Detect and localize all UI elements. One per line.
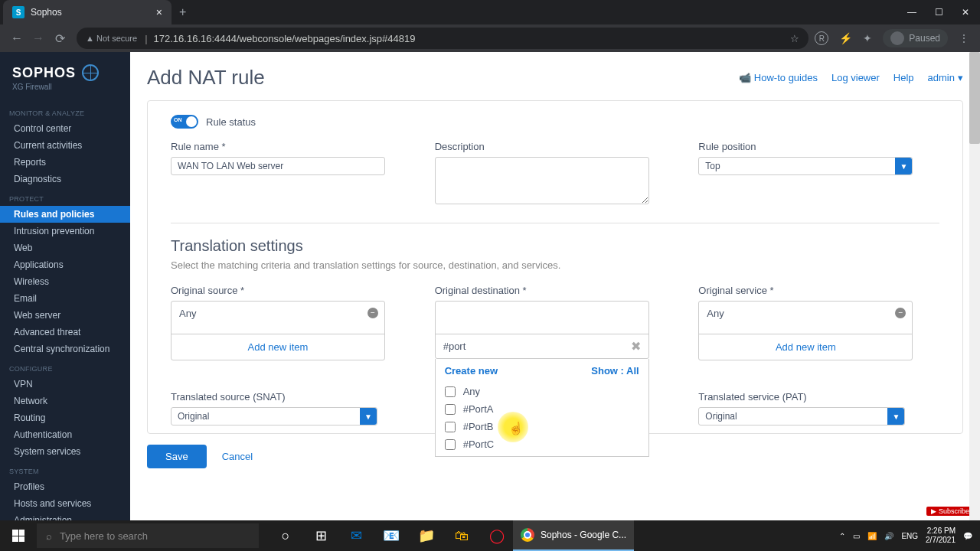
dest-dropdown-panel: Create new Show : All Any#PortA#PortB#Po… — [435, 359, 649, 457]
option-checkbox[interactable] — [445, 386, 456, 397]
sidebar-item-current-activities[interactable]: Current activities — [0, 137, 130, 154]
outlook-icon[interactable]: 📧 — [375, 520, 407, 551]
how-to-guides-link[interactable]: 📹 How-to guides — [739, 72, 818, 83]
description-input[interactable] — [435, 157, 649, 204]
save-button[interactable]: Save — [147, 445, 207, 468]
sidebar-item-web[interactable]: Web — [0, 240, 130, 256]
task-view-icon[interactable]: ⊞ — [305, 520, 337, 551]
dest-option[interactable]: #PortC — [436, 435, 648, 456]
show-all-link[interactable]: Show : All — [591, 365, 639, 377]
orig-source-label: Original source * — [171, 285, 412, 296]
sidebar-item-web-server[interactable]: Web server — [0, 307, 130, 324]
url-text: 172.16.16.16:4444/webconsole/webpages/in… — [154, 33, 416, 44]
sidebar-group-title: SYSTEM — [0, 460, 130, 478]
mail-icon[interactable]: ✉ — [340, 520, 372, 551]
clock[interactable]: 2:26 PM2/7/2021 — [926, 527, 956, 545]
chrome-app-task[interactable]: Sophos - Google C... — [513, 520, 634, 551]
extension-bolt-icon[interactable]: ⚡ — [839, 32, 852, 44]
rule-name-input[interactable] — [171, 157, 385, 175]
close-window-icon[interactable]: ✕ — [962, 7, 969, 18]
store-icon[interactable]: 🛍 — [446, 520, 478, 551]
dest-option[interactable]: Any — [436, 383, 648, 400]
sidebar-item-reports[interactable]: Reports — [0, 154, 130, 171]
trans-source-dropdown[interactable]: Original▼ — [171, 407, 377, 425]
sidebar-item-profiles[interactable]: Profiles — [0, 478, 130, 495]
sidebar-item-administration[interactable]: Administration — [0, 512, 130, 520]
clear-search-icon[interactable]: ✖ — [631, 339, 641, 354]
sidebar-item-rules-and-policies[interactable]: Rules and policies — [0, 206, 130, 223]
sidebar-item-routing[interactable]: Routing — [0, 409, 130, 426]
remove-tag-icon[interactable]: − — [368, 308, 378, 318]
rule-status-toggle[interactable]: ON — [171, 115, 198, 129]
battery-icon[interactable]: ▭ — [853, 532, 860, 540]
sidebar-item-network[interactable]: Network — [0, 393, 130, 409]
rule-status-label: Rule status — [206, 116, 256, 128]
dest-option[interactable]: #PortA — [436, 400, 648, 418]
wifi-icon[interactable]: 📶 — [867, 532, 877, 540]
forward-button[interactable]: → — [28, 31, 49, 45]
tray-chevron-icon[interactable]: ⌃ — [839, 532, 845, 540]
rule-position-dropdown[interactable]: Top ▼ — [698, 157, 913, 175]
sidebar-item-control-center[interactable]: Control center — [0, 120, 130, 137]
menu-icon[interactable]: ⋮ — [959, 32, 969, 44]
sidebar-item-intrusion-prevention[interactable]: Intrusion prevention — [0, 223, 130, 240]
file-explorer-icon[interactable]: 📁 — [410, 520, 443, 551]
sidebar-item-email[interactable]: Email — [0, 290, 130, 307]
create-new-link[interactable]: Create new — [445, 365, 498, 377]
scrollbar[interactable] — [969, 52, 980, 520]
extension-r-icon[interactable]: R — [815, 31, 828, 45]
sidebar-item-wireless[interactable]: Wireless — [0, 273, 130, 290]
taskbar: ⌕Type here to search ○ ⊞ ✉ 📧 📁 🛍 ◯ Sopho… — [0, 520, 980, 551]
extensions-icon[interactable]: ✦ — [863, 32, 872, 44]
dest-option[interactable]: #PortB — [436, 418, 648, 435]
chevron-down-icon: ▼ — [887, 408, 904, 425]
admin-menu[interactable]: admin ▾ — [928, 72, 963, 83]
browser-tab[interactable]: S Sophos × — [3, 0, 172, 24]
globe-icon — [82, 64, 99, 81]
remove-tag-icon[interactable]: − — [895, 308, 906, 318]
sidebar: SOPHOS XG Firewall MONITOR & ANALYZECont… — [0, 52, 130, 520]
close-tab-icon[interactable]: × — [156, 6, 162, 18]
sidebar-item-vpn[interactable]: VPN — [0, 376, 130, 393]
option-checkbox[interactable] — [445, 422, 456, 432]
subscribe-badge[interactable]: ▶ Subscribe — [926, 507, 974, 516]
back-button[interactable]: ← — [6, 31, 28, 45]
reload-button[interactable]: ⟳ — [49, 31, 70, 46]
url-input[interactable]: ▲ Not secure | 172.16.16.16:4444/webcons… — [77, 28, 808, 49]
log-viewer-link[interactable]: Log viewer — [831, 72, 880, 83]
orig-source-select[interactable]: Any− Add new item — [171, 301, 385, 360]
translation-section-sub: Select the matching criteria and transla… — [171, 259, 939, 271]
sidebar-item-authentication[interactable]: Authentication — [0, 426, 130, 443]
dest-search-input[interactable] — [443, 341, 631, 352]
lang-indicator[interactable]: ENG — [901, 532, 918, 540]
sidebar-group-title: CONFIGURE — [0, 357, 130, 376]
volume-icon[interactable]: 🔊 — [884, 532, 893, 540]
profile-paused[interactable]: Paused — [883, 29, 948, 47]
sidebar-item-hosts-and-services[interactable]: Hosts and services — [0, 495, 130, 512]
orig-dest-select[interactable]: ✖ — [435, 301, 649, 359]
notifications-icon[interactable]: 💬 — [963, 532, 972, 540]
help-link[interactable]: Help — [893, 72, 914, 83]
url-text: | — [145, 33, 147, 44]
add-new-item-button[interactable]: Add new item — [172, 334, 384, 360]
option-checkbox[interactable] — [445, 439, 456, 450]
sidebar-item-diagnostics[interactable]: Diagnostics — [0, 171, 130, 187]
minimize-icon[interactable]: — — [907, 7, 916, 18]
maximize-icon[interactable]: ☐ — [935, 7, 943, 18]
trans-service-dropdown[interactable]: Original▼ — [698, 407, 905, 425]
add-new-item-button[interactable]: Add new item — [699, 334, 912, 360]
cortana-icon[interactable]: ○ — [270, 520, 302, 551]
star-icon[interactable]: ☆ — [790, 33, 799, 44]
new-tab-button[interactable]: + — [179, 5, 186, 19]
cancel-button[interactable]: Cancel — [222, 451, 253, 462]
opera-icon[interactable]: ◯ — [481, 520, 513, 551]
option-checkbox[interactable] — [445, 404, 456, 415]
sidebar-item-applications[interactable]: Applications — [0, 256, 130, 273]
sidebar-item-central-synchronization[interactable]: Central synchronization — [0, 341, 130, 357]
taskbar-search[interactable]: ⌕Type here to search — [37, 523, 259, 548]
sidebar-item-advanced-threat[interactable]: Advanced threat — [0, 324, 130, 341]
orig-service-select[interactable]: Any− Add new item — [698, 301, 913, 360]
orig-dest-label: Original destination * — [435, 285, 676, 296]
sidebar-item-system-services[interactable]: System services — [0, 443, 130, 460]
start-button[interactable] — [0, 520, 37, 551]
